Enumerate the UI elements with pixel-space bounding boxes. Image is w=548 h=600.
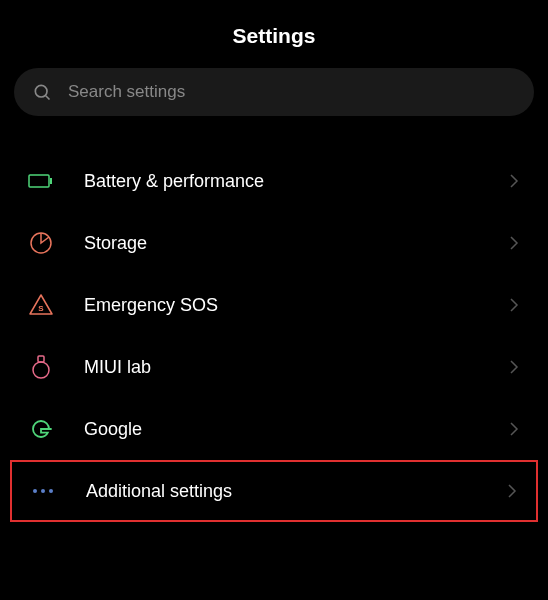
chevron-right-icon	[508, 237, 520, 249]
svg-point-8	[33, 489, 37, 493]
chevron-right-icon	[508, 423, 520, 435]
search-bar[interactable]	[14, 68, 534, 116]
chevron-right-icon	[508, 175, 520, 187]
dots-icon	[30, 478, 56, 504]
battery-icon	[28, 168, 54, 194]
svg-text:S: S	[38, 304, 44, 313]
chevron-right-icon	[506, 485, 518, 497]
search-icon	[32, 82, 52, 102]
settings-item-label: Emergency SOS	[84, 295, 508, 316]
settings-item-label: Additional settings	[86, 481, 506, 502]
settings-item-google[interactable]: Google	[0, 398, 548, 460]
settings-item-miuilab[interactable]: MIUI lab	[0, 336, 548, 398]
storage-icon	[28, 230, 54, 256]
svg-rect-2	[29, 175, 49, 187]
svg-point-6	[33, 362, 49, 378]
settings-item-additional[interactable]: Additional settings	[10, 460, 538, 522]
settings-item-emergency[interactable]: S Emergency SOS	[0, 274, 548, 336]
header: Settings	[0, 0, 548, 68]
settings-item-battery[interactable]: Battery & performance	[0, 150, 548, 212]
svg-point-0	[35, 85, 47, 97]
svg-point-10	[49, 489, 53, 493]
page-title: Settings	[0, 24, 548, 48]
emergency-icon: S	[28, 292, 54, 318]
svg-line-1	[46, 96, 50, 100]
settings-list: Battery & performance Storage S	[0, 140, 548, 522]
chevron-right-icon	[508, 299, 520, 311]
google-icon	[28, 416, 54, 442]
svg-rect-3	[50, 178, 52, 184]
flask-icon	[28, 354, 54, 380]
settings-item-label: Storage	[84, 233, 508, 254]
svg-point-9	[41, 489, 45, 493]
svg-rect-7	[38, 356, 44, 362]
settings-item-label: Battery & performance	[84, 171, 508, 192]
chevron-right-icon	[508, 361, 520, 373]
settings-item-label: Google	[84, 419, 508, 440]
search-input[interactable]	[68, 82, 516, 102]
settings-item-storage[interactable]: Storage	[0, 212, 548, 274]
settings-item-label: MIUI lab	[84, 357, 508, 378]
